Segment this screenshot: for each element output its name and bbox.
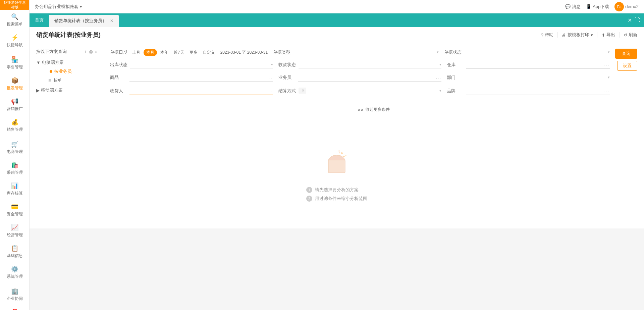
filter-tree-group-pc-header[interactable]: ▼ 电脑端方案 bbox=[36, 58, 98, 67]
export-icon: ⬆ bbox=[601, 33, 605, 38]
salesperson-input[interactable]: ... bbox=[298, 73, 441, 82]
sidebar-item-newguide[interactable]: 🎯 新手引导 bbox=[0, 305, 30, 310]
collapse-sidebar-button[interactable]: « bbox=[95, 49, 98, 54]
collapse-label: 收起更多条件 bbox=[366, 107, 390, 112]
system-icon: ⚙️ bbox=[11, 265, 18, 273]
page-header: 销货单统计表(按业务员) ? 帮助 🖨 按模板打印 ▾ ⬆ 导出 bbox=[30, 27, 644, 43]
receiver-field: 收货人 ... bbox=[110, 87, 273, 95]
sidebar-item-operation[interactable]: 📈 经营管理 bbox=[0, 220, 30, 241]
sidebar-item-company[interactable]: 🏢 企业协同 bbox=[0, 284, 30, 305]
account-dropdown[interactable]: 办公用品行业模拟账套 ▾ bbox=[35, 4, 82, 10]
filter-item-order[interactable]: ⊞ 按单 bbox=[43, 76, 98, 85]
doc-status-select[interactable]: ▾ bbox=[464, 49, 610, 56]
filter-item-label: 按单 bbox=[54, 78, 62, 83]
goods-field: 商品 ... bbox=[110, 73, 273, 82]
warehouse-dots-icon: ... bbox=[604, 62, 610, 67]
sidebar-item-retail[interactable]: 🏪 零售管理 bbox=[0, 53, 30, 73]
sidebar-item-quicknav[interactable]: ⚡ 快捷导航 bbox=[0, 31, 30, 51]
quicknav-icon: ⚡ bbox=[11, 34, 18, 41]
query-button[interactable]: 查询 bbox=[615, 49, 637, 59]
collapse-button[interactable]: ∧∧ 收起更多条件 bbox=[110, 105, 637, 114]
empty-svg: ✦ ✦ bbox=[322, 148, 352, 178]
warehouse-input[interactable]: ... bbox=[466, 61, 610, 69]
sidebar-item-label: 快捷导航 bbox=[7, 42, 23, 48]
receiver-input[interactable]: ... bbox=[129, 87, 273, 95]
topbar-right: 💬 消息 📱 App下载 Ea demo2 bbox=[565, 2, 639, 11]
svg-point-2 bbox=[345, 155, 346, 156]
date-buttons: 上月 本月 本年 近7天 更多 自定义 bbox=[130, 49, 217, 56]
last-month-button[interactable]: 上月 bbox=[130, 49, 142, 56]
empty-tip-2: 2 用过滤条件来缩小分析范围 bbox=[306, 196, 367, 202]
app-download-button[interactable]: 📱 App下载 bbox=[586, 4, 609, 10]
department-field: 部门 ▾ bbox=[447, 74, 610, 81]
sidebar-item-basic[interactable]: 📋 基础信息 bbox=[0, 241, 30, 262]
goods-input[interactable]: ... bbox=[129, 73, 273, 82]
search-icon: 🔍 bbox=[11, 13, 18, 20]
svg-rect-0 bbox=[328, 160, 345, 173]
filter-tree: ▼ 电脑端方案 按业务员 ⊞ 按单 bbox=[36, 58, 98, 95]
filter-area: 按以下方案查询 + ◎ « ▼ 电脑端方案 bbox=[30, 43, 644, 120]
edit-scheme-button[interactable]: ◎ bbox=[89, 49, 93, 54]
filter-row-4: 收货人 ... 结算方式 bbox=[110, 86, 610, 95]
filter-tree-group-mobile-header[interactable]: ▶ 移动端方案 bbox=[36, 86, 98, 95]
filter-item-salesperson[interactable]: 按业务员 bbox=[43, 67, 98, 76]
tab-report-label: 销货单统计表（按业务员） bbox=[54, 18, 107, 24]
tag-close-icon[interactable]: × bbox=[302, 88, 304, 93]
tab-home[interactable]: 首页 bbox=[30, 13, 49, 27]
tip-number-1: 1 bbox=[306, 187, 312, 193]
sidebar-logo[interactable]: 畅捷通好生意 标版 bbox=[0, 0, 30, 10]
settings-button[interactable]: 设置 bbox=[617, 61, 637, 71]
grid-icon: ⊞ bbox=[48, 78, 52, 83]
tab-close-icon[interactable]: ✕ bbox=[110, 18, 113, 23]
custom-button[interactable]: 自定义 bbox=[201, 49, 217, 56]
window-close-button[interactable]: ✕ bbox=[628, 17, 632, 23]
tab-report[interactable]: 销货单统计表（按业务员） ✕ bbox=[49, 15, 119, 27]
sidebar-item-inventory[interactable]: 📊 库存核算 bbox=[0, 179, 30, 200]
more-button[interactable]: 更多 bbox=[187, 49, 200, 56]
appdown-icon: 📱 bbox=[586, 4, 591, 9]
sidebar-item-marketing[interactable]: 📢 营销推广 bbox=[0, 94, 30, 115]
export-label: 导出 bbox=[606, 32, 615, 38]
action-divider2 bbox=[597, 32, 597, 38]
add-scheme-button[interactable]: + bbox=[84, 49, 87, 54]
department-select[interactable]: ▾ bbox=[466, 74, 610, 81]
help-button[interactable]: ? 帮助 bbox=[541, 32, 553, 38]
sidebar-item-purchase[interactable]: 🛍️ 采购管理 bbox=[0, 158, 30, 179]
sidebar-item-sales[interactable]: 💰 销售管理 bbox=[0, 115, 30, 136]
sidebar-item-finance[interactable]: 💳 资金管理 bbox=[0, 200, 30, 220]
date-field: 单据日期 上月 本月 本年 近7天 更多 自定义 bbox=[110, 49, 268, 56]
user-profile[interactable]: Ea demo2 bbox=[614, 2, 639, 11]
current-year-button[interactable]: 本年 bbox=[158, 49, 170, 56]
sidebar-item-ecommerce[interactable]: 🛒 电商管理 bbox=[0, 137, 30, 158]
window-maximize-button[interactable]: ⛶ bbox=[635, 17, 640, 23]
message-label: 消息 bbox=[572, 4, 581, 10]
receiver-dots-icon: ... bbox=[267, 88, 273, 93]
last7days-button[interactable]: 近7天 bbox=[172, 49, 186, 56]
inventory-icon: 📊 bbox=[11, 182, 18, 190]
print-button[interactable]: 🖨 按模板打印 ▾ bbox=[562, 32, 593, 38]
out-status-select[interactable]: ▾ bbox=[130, 61, 273, 68]
filter-row-2: 出库状态 ▾ 收款状态 bbox=[110, 61, 610, 69]
sidebar-item-system[interactable]: ⚙️ 系统管理 bbox=[0, 262, 30, 283]
department-label: 部门 bbox=[447, 74, 464, 81]
export-button[interactable]: ⬆ 导出 bbox=[601, 32, 615, 38]
settlement-tag[interactable]: × bbox=[299, 88, 306, 94]
marketing-icon: 📢 bbox=[11, 98, 18, 105]
main-area: 办公用品行业模拟账套 ▾ 💬 消息 📱 App下载 Ea demo2 首页 销货… bbox=[30, 0, 644, 310]
brand-input[interactable]: ... bbox=[466, 87, 610, 95]
sidebar-item-wholesale[interactable]: 📦 批发管理 bbox=[0, 73, 30, 94]
purchase-icon: 🛍️ bbox=[11, 161, 18, 169]
receipt-status-select[interactable]: ▾ bbox=[299, 61, 441, 68]
tabbar-actions: ✕ ⛶ bbox=[628, 17, 644, 23]
finance-icon: 💳 bbox=[11, 203, 18, 210]
message-button[interactable]: 💬 消息 bbox=[565, 4, 581, 10]
doc-type-select[interactable]: ▾ bbox=[293, 49, 439, 56]
svg-text:✦: ✦ bbox=[342, 155, 345, 158]
sidebar-item-label: 搜索菜单 bbox=[7, 21, 23, 27]
refresh-button[interactable]: ↺ 刷新 bbox=[624, 32, 637, 38]
settlement-select[interactable]: × ▾ bbox=[299, 86, 441, 95]
current-month-button[interactable]: 本月 bbox=[144, 49, 157, 56]
sidebar-item-search[interactable]: 🔍 搜索菜单 bbox=[0, 10, 30, 31]
settlement-field: 结算方式 × ▾ bbox=[278, 86, 441, 95]
active-dot-icon bbox=[50, 70, 52, 73]
